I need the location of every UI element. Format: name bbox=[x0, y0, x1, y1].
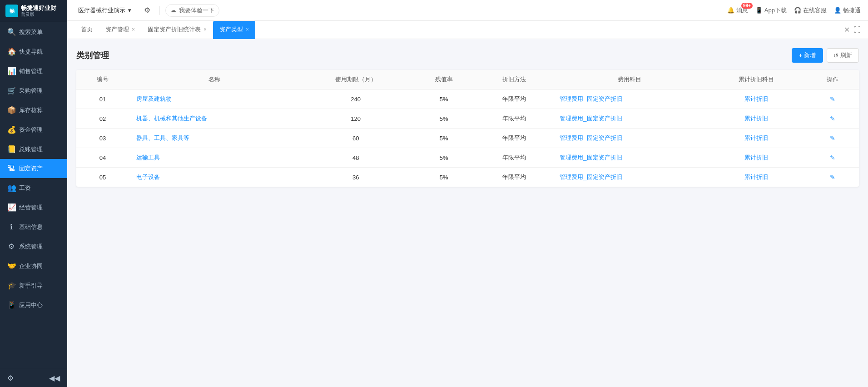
user-menu[interactable]: 👤 畅捷通 bbox=[834, 6, 861, 15]
sidebar-item-fixed-assets[interactable]: 🏗 固定资产 bbox=[0, 159, 67, 178]
settings-button[interactable]: ⚙ bbox=[140, 4, 154, 17]
sidebar-label-guide: 新手引导 bbox=[19, 282, 43, 290]
logo-icon: 畅 bbox=[5, 5, 18, 17]
logo-subtitle: 普及版 bbox=[21, 12, 56, 17]
tab-fixed-asset-table-close[interactable]: × bbox=[203, 26, 207, 33]
cell-method-3: 年限平均 bbox=[476, 148, 552, 168]
sidebar-item-ops[interactable]: 📈 经营管理 bbox=[0, 198, 67, 217]
collapse-icon[interactable]: ◀◀ bbox=[49, 374, 60, 382]
sidebar-item-guide[interactable]: 🎓 新手引导 bbox=[0, 276, 67, 295]
ops-icon: 📈 bbox=[7, 203, 15, 212]
window-controls: ✕ ⛶ bbox=[844, 25, 861, 34]
sidebar-label-salary: 工资 bbox=[19, 184, 31, 192]
sidebar-item-system[interactable]: ⚙ 系统管理 bbox=[0, 237, 67, 256]
bell-icon: 🔔 bbox=[727, 7, 734, 14]
refresh-button[interactable]: ↺ 刷新 bbox=[827, 48, 859, 63]
edit-button-0[interactable]: ✎ bbox=[830, 95, 835, 103]
quick-nav-icon: 🏠 bbox=[7, 47, 15, 56]
cell-accum-1: 累计折旧 bbox=[706, 109, 806, 129]
cell-method-2: 年限平均 bbox=[476, 129, 552, 148]
tab-asset-type-close[interactable]: × bbox=[246, 26, 249, 33]
sidebar-label-search: 搜索菜单 bbox=[19, 28, 43, 36]
sidebar-label-fixed-assets: 固定资产 bbox=[19, 164, 43, 173]
edit-button-1[interactable]: ✎ bbox=[830, 115, 835, 122]
experience-label: 我要体验一下 bbox=[179, 6, 214, 15]
col-action: 操作 bbox=[806, 70, 859, 89]
cell-name-2[interactable]: 器具、工具、家具等 bbox=[129, 129, 300, 148]
sidebar: 畅 畅捷通好业财 普及版 🔍 搜索菜单 🏠 快捷导航 📊 销售管理 🛒 采购管理… bbox=[0, 0, 67, 387]
system-icon: ⚙ bbox=[7, 242, 15, 251]
col-code: 编号 bbox=[76, 70, 129, 89]
experience-button[interactable]: ☁ 我要体验一下 bbox=[165, 4, 219, 17]
cell-expense-2: 管理费用_固定资产折旧 bbox=[552, 129, 706, 148]
main-area: 医疗器械行业演示 ▾ ⚙ ☁ 我要体验一下 🔔 消息 99 📱 App下载 🎧 … bbox=[67, 0, 868, 387]
user-name: 畅捷通 bbox=[843, 6, 861, 15]
tab-fixed-asset-table[interactable]: 固定资产折旧统计表 × bbox=[141, 21, 213, 39]
sidebar-item-sales[interactable]: 📊 销售管理 bbox=[0, 61, 67, 81]
table-row: 02 机器、机械和其他生产设备 120 5% 年限平均 管理费用_固定资产折旧 … bbox=[76, 109, 859, 129]
sidebar-label-ops: 经营管理 bbox=[19, 203, 43, 212]
sidebar-nav: 🔍 搜索菜单 🏠 快捷导航 📊 销售管理 🛒 采购管理 📦 库存核算 💰 资金管… bbox=[0, 22, 67, 369]
cell-name-3[interactable]: 运输工具 bbox=[129, 148, 300, 168]
refresh-icon: ↺ bbox=[833, 52, 838, 59]
edit-button-3[interactable]: ✎ bbox=[830, 154, 835, 161]
cell-code-4: 05 bbox=[76, 168, 129, 187]
app-download-label: App下载 bbox=[764, 6, 787, 15]
sidebar-item-enterprise[interactable]: 🤝 企业协同 bbox=[0, 256, 67, 276]
col-accum: 累计折旧科目 bbox=[706, 70, 806, 89]
tab-asset-manage[interactable]: 资产管理 × bbox=[99, 21, 141, 39]
tab-asset-type[interactable]: 资产类型 × bbox=[213, 21, 255, 39]
tab-home[interactable]: 首页 bbox=[74, 21, 99, 39]
cloud-icon: ☁ bbox=[170, 7, 176, 14]
tab-home-label: 首页 bbox=[81, 25, 93, 34]
new-button[interactable]: + 新增 bbox=[792, 48, 823, 63]
sidebar-label-ledger: 总账管理 bbox=[19, 145, 43, 154]
sidebar-item-ledger[interactable]: 📒 总账管理 bbox=[0, 139, 67, 159]
notifications-button[interactable]: 🔔 消息 99 bbox=[727, 6, 748, 15]
col-period: 使用期限（月） bbox=[300, 70, 412, 89]
tab-asset-manage-close[interactable]: × bbox=[132, 26, 135, 33]
notification-badge: 99 bbox=[741, 3, 753, 9]
sidebar-label-basic-info: 基础信息 bbox=[19, 223, 43, 231]
sidebar-item-quick-nav[interactable]: 🏠 快捷导航 bbox=[0, 42, 67, 61]
tab-asset-manage-label: 资产管理 bbox=[105, 25, 129, 34]
content-area: 类别管理 + 新增 ↺ 刷新 编号 名称 使用期限（月） 残值率 折旧方法 bbox=[67, 39, 868, 387]
cell-accum-0: 累计折旧 bbox=[706, 89, 806, 109]
edit-button-2[interactable]: ✎ bbox=[830, 134, 835, 142]
sidebar-item-purchase[interactable]: 🛒 采购管理 bbox=[0, 81, 67, 100]
cell-name-0[interactable]: 房屋及建筑物 bbox=[129, 89, 300, 109]
sidebar-item-basic-info[interactable]: ℹ 基础信息 bbox=[0, 217, 67, 237]
app-download-button[interactable]: 📱 App下载 bbox=[755, 6, 787, 15]
company-selector[interactable]: 医疗器械行业演示 ▾ bbox=[74, 5, 135, 16]
sidebar-footer: ⚙ ◀◀ bbox=[0, 369, 67, 387]
sidebar-item-search[interactable]: 🔍 搜索菜单 bbox=[0, 22, 67, 42]
cell-method-0: 年限平均 bbox=[476, 89, 552, 109]
edit-button-4[interactable]: ✎ bbox=[830, 174, 835, 181]
cell-action-1: ✎ bbox=[806, 109, 859, 129]
cell-period-2: 60 bbox=[300, 129, 412, 148]
cell-period-3: 48 bbox=[300, 148, 412, 168]
window-expand-button[interactable]: ⛶ bbox=[853, 26, 861, 34]
guide-icon: 🎓 bbox=[7, 281, 15, 290]
fixed-assets-icon: 🏗 bbox=[7, 164, 15, 173]
customer-service-button[interactable]: 🎧 在线客服 bbox=[794, 6, 827, 15]
sidebar-item-salary[interactable]: 👥 工资 bbox=[0, 178, 67, 198]
sidebar-item-app-center[interactable]: 📱 应用中心 bbox=[0, 295, 67, 315]
window-close-button[interactable]: ✕ bbox=[844, 25, 850, 34]
col-expense: 费用科目 bbox=[552, 70, 706, 89]
sidebar-item-funds[interactable]: 💰 资金管理 bbox=[0, 120, 67, 139]
cell-action-2: ✎ bbox=[806, 129, 859, 148]
cell-code-3: 04 bbox=[76, 148, 129, 168]
table-body: 01 房屋及建筑物 240 5% 年限平均 管理费用_固定资产折旧 累计折旧 ✎… bbox=[76, 89, 859, 187]
category-table: 编号 名称 使用期限（月） 残值率 折旧方法 费用科目 累计折旧科目 操作 01… bbox=[76, 70, 859, 187]
cell-name-1[interactable]: 机器、机械和其他生产设备 bbox=[129, 109, 300, 129]
col-method: 折旧方法 bbox=[476, 70, 552, 89]
settings-icon[interactable]: ⚙ bbox=[7, 374, 14, 382]
basic-info-icon: ℹ bbox=[7, 223, 15, 231]
chevron-down-icon: ▾ bbox=[128, 7, 131, 14]
cell-name-4[interactable]: 电子设备 bbox=[129, 168, 300, 187]
logo-title: 畅捷通好业财 bbox=[21, 5, 56, 12]
sidebar-item-inventory[interactable]: 📦 库存核算 bbox=[0, 100, 67, 120]
enterprise-icon: 🤝 bbox=[7, 262, 15, 270]
customer-service-label: 在线客服 bbox=[803, 6, 827, 15]
